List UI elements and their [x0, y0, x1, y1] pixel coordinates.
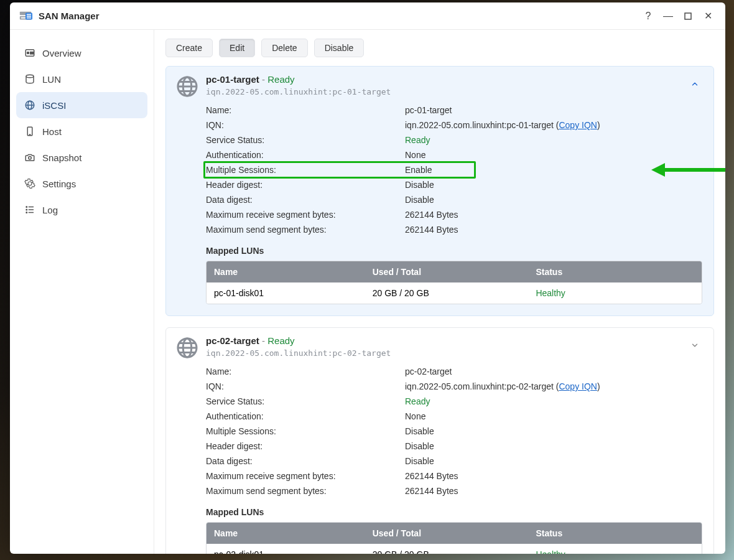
svg-rect-7 [685, 13, 691, 19]
field-value: iqn.2022-05.com.linuxhint:pc-02-target (… [405, 381, 702, 391]
svg-point-23 [26, 212, 27, 213]
field-row: Multiple Sessions:Disable [206, 424, 702, 439]
field-label: Maximum send segment bytes: [206, 225, 405, 235]
field-label: Maximum receive segment bytes: [206, 471, 405, 481]
sidebar-item-settings[interactable]: Settings [16, 170, 147, 197]
col-used: Used / Total [365, 261, 529, 282]
svg-rect-4 [27, 14, 31, 15]
field-label: Name: [206, 366, 405, 376]
field-value: 262144 Bytes [405, 471, 702, 481]
sidebar-item-label: Snapshot [42, 152, 81, 163]
field-row: Maximum send segment bytes:262144 Bytes [206, 483, 702, 498]
field-value: pc-02-target [405, 366, 702, 376]
lun-status: Healthy [528, 282, 702, 304]
field-value: Ready [405, 396, 702, 406]
lun-name: pc-02-disk01 [207, 544, 365, 554]
field-row: IQN:iqn.2022-05.com.linuxhint:pc-02-targ… [206, 379, 702, 394]
field-value: None [405, 150, 702, 160]
field-label: Header digest: [206, 441, 405, 451]
globe-icon [176, 337, 198, 359]
target-status: Ready [267, 335, 294, 346]
field-label: Maximum receive segment bytes: [206, 210, 405, 220]
col-used: Used / Total [365, 523, 529, 544]
field-label: Header digest: [206, 180, 405, 190]
field-label: Name: [206, 105, 405, 115]
field-label: Data digest: [206, 456, 405, 466]
copy-iqn-link[interactable]: Copy IQN [559, 381, 597, 391]
target-title: pc-01-target - Ready [206, 74, 686, 85]
sidebar-item-snapshot[interactable]: Snapshot [16, 144, 147, 170]
field-row: Header digest:Disable [206, 177, 702, 192]
sidebar-item-label: Host [42, 126, 62, 137]
sidebar-item-label: Settings [42, 179, 76, 189]
sidebar-item-host[interactable]: Host [16, 118, 147, 144]
table-header: NameUsed / TotalStatus [207, 523, 702, 544]
field-label: Authentication: [206, 411, 405, 421]
target-iqn-subtitle: iqn.2022-05.com.linuxhint:pc-01-target [206, 87, 686, 96]
lun-used: 20 GB / 20 GB [365, 282, 529, 304]
target-header[interactable]: pc-02-target - Readyiqn.2022-05.com.linu… [166, 328, 713, 362]
mapped-luns-heading: Mapped LUNs [206, 507, 702, 517]
minimize-button[interactable]: — [658, 6, 678, 26]
sidebar-item-label: iSCSI [42, 100, 66, 111]
mapped-luns-table: NameUsed / TotalStatuspc-02-disk0120 GB … [206, 522, 702, 554]
field-row: Multiple Sessions:Enable [206, 162, 702, 177]
disable-button[interactable]: Disable [314, 39, 365, 57]
field-label: IQN: [206, 381, 405, 391]
list-icon [24, 203, 36, 216]
main-content: Create Edit Delete Disable pc-01-target … [154, 30, 725, 554]
delete-button[interactable]: Delete [261, 39, 307, 57]
sidebar-item-iscsi[interactable]: iSCSI [16, 92, 147, 118]
sidebar: Overview LUN iSCSI [10, 30, 154, 554]
field-row: Maximum receive segment bytes:262144 Byt… [206, 469, 702, 483]
mapped-luns-heading: Mapped LUNs [206, 246, 702, 256]
sidebar-item-log[interactable]: Log [16, 197, 147, 223]
field-label: Service Status: [206, 135, 405, 145]
target-header[interactable]: pc-01-target - Readyiqn.2022-05.com.linu… [166, 67, 713, 100]
field-row: Maximum receive segment bytes:262144 Byt… [206, 207, 702, 222]
table-header: NameUsed / TotalStatus [207, 261, 702, 282]
copy-iqn-link[interactable]: Copy IQN [559, 120, 597, 130]
field-label: Service Status: [206, 396, 405, 406]
sidebar-item-lun[interactable]: LUN [16, 66, 147, 92]
help-button[interactable]: ? [638, 6, 658, 26]
field-row: Maximum send segment bytes:262144 Bytes [206, 222, 702, 237]
svg-point-19 [26, 207, 27, 208]
table-row[interactable]: pc-02-disk0120 GB / 20 GBHealthy [207, 544, 702, 554]
field-value: Disable [405, 441, 702, 451]
field-value: iqn.2022-05.com.linuxhint:pc-01-target (… [405, 120, 702, 130]
create-button[interactable]: Create [165, 39, 213, 57]
col-status: Status [528, 261, 702, 282]
field-label: Multiple Sessions: [206, 165, 405, 175]
target-title: pc-02-target - Ready [206, 335, 686, 346]
field-value: pc-01-target [405, 105, 702, 115]
svg-point-21 [26, 209, 27, 210]
maximize-button[interactable] [678, 6, 698, 26]
globe-icon [24, 99, 36, 111]
field-value: Disable [405, 456, 702, 466]
table-row[interactable]: pc-01-disk0120 GB / 20 GBHealthy [207, 282, 702, 304]
field-row: Service Status:Ready [206, 394, 702, 409]
edit-button[interactable]: Edit [219, 39, 255, 57]
chevron-up-icon[interactable] [686, 75, 704, 93]
app-icon [19, 9, 32, 23]
chevron-down-icon[interactable] [686, 337, 704, 354]
field-value: Disable [405, 180, 702, 190]
svg-rect-5 [27, 16, 31, 17]
sidebar-item-label: LUN [42, 74, 61, 85]
sidebar-item-overview[interactable]: Overview [16, 40, 147, 66]
target-body: Name:pc-02-targetIQN:iqn.2022-05.com.lin… [166, 362, 713, 554]
close-button[interactable]: ✕ [698, 6, 718, 26]
field-label: Maximum send segment bytes: [206, 486, 405, 496]
gear-icon [24, 177, 36, 190]
col-name: Name [207, 523, 365, 544]
field-row: Data digest:Disable [206, 192, 702, 207]
field-row: IQN:iqn.2022-05.com.linuxhint:pc-01-targ… [206, 118, 702, 133]
field-row: Data digest:Disable [206, 454, 702, 469]
field-row: Header digest:Disable [206, 439, 702, 454]
host-icon [24, 125, 36, 138]
col-status: Status [528, 523, 702, 544]
mapped-luns-table: NameUsed / TotalStatuspc-01-disk0120 GB … [206, 261, 702, 304]
field-row: Name:pc-02-target [206, 364, 702, 379]
field-row: Authentication:None [206, 409, 702, 424]
